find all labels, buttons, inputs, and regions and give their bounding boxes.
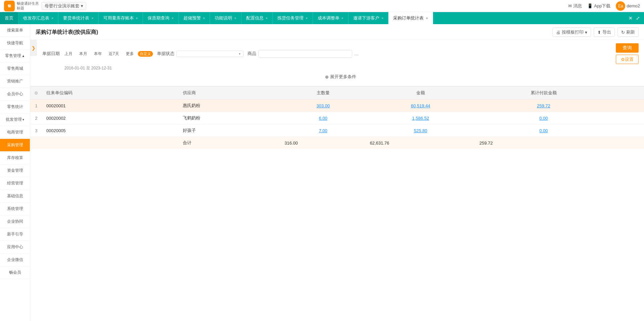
sidebar-item-search[interactable]: 搜索菜单 xyxy=(0,24,30,37)
tab-yaohuo[interactable]: 要货单统计表 × xyxy=(58,12,98,24)
close-icon[interactable]: × xyxy=(306,16,308,20)
sidebar-item-newguide[interactable]: 新手引导 xyxy=(0,228,30,241)
tab-caigou-active[interactable]: 采购订单统计表 × xyxy=(388,12,433,24)
tab-chaochu[interactable]: 超储预警 × xyxy=(179,12,210,24)
main-content: 采购订单统计表(按供应商) 🖨 按模板打印 ▾ ⬆ 导出 ↻ 刷新 xyxy=(30,24,644,321)
row-amount[interactable]: 60,519.44 xyxy=(366,100,476,112)
app-download-button[interactable]: 📱 App下载 xyxy=(587,3,610,9)
tab-gongneng[interactable]: 功能说明 × xyxy=(210,12,241,24)
close-icon[interactable]: × xyxy=(234,16,236,20)
sidebar-item-member[interactable]: 会员中心 xyxy=(0,88,30,101)
tab-home[interactable]: 首页 xyxy=(0,12,18,24)
nav-close-button[interactable]: ✕ xyxy=(627,14,634,22)
close-icon[interactable]: × xyxy=(266,16,268,20)
gear-icon[interactable]: ⚙ xyxy=(34,91,38,96)
filter-wrapper: ❯ 单据日期 上月 本月 本年 近7天 更多 自定义 xyxy=(30,40,644,86)
expand-more-button[interactable]: ⊕ 展开更多条件 xyxy=(321,72,360,81)
close-icon[interactable]: × xyxy=(203,16,205,20)
close-icon[interactable]: × xyxy=(171,16,173,20)
sidebar-item-appcenter[interactable]: 应用中心 xyxy=(0,241,30,254)
filter-date-shortcuts: 上月 本月 本年 近7天 更多 自定义 xyxy=(62,50,153,57)
close-icon[interactable]: × xyxy=(51,16,53,20)
col-paid: 累计付款金额 xyxy=(475,87,612,100)
shortcut-last-month[interactable]: 上月 xyxy=(62,50,75,57)
shortcut-more[interactable]: 更多 xyxy=(123,50,137,57)
shortcut-this-year[interactable]: 本年 xyxy=(91,50,105,57)
close-icon[interactable]: × xyxy=(341,16,343,20)
sidebar-item-basic-info[interactable]: 基础信息 xyxy=(0,190,30,203)
sidebar-item-inventory[interactable]: 库存核算 xyxy=(0,152,30,164)
top-bar-right: ✉ 消息 📱 App下载 Ea demo2 xyxy=(568,1,640,11)
filter-date-item: 单据日期 上月 本月 本年 近7天 更多 自定义 xyxy=(42,50,153,57)
row-code: 00020005 xyxy=(42,124,179,137)
footer-quantity: 316.00 xyxy=(280,137,366,149)
sidebar-item-retail-mgmt[interactable]: 零售管理 ▲ xyxy=(0,50,30,62)
table-row: 3 00020005 好孩子 7.00 525.80 0.00 xyxy=(30,124,644,137)
more-options-icon[interactable]: ... xyxy=(354,51,359,57)
tab-keyong[interactable]: 可用量库存账本 × xyxy=(99,12,143,24)
query-button[interactable]: 查询 xyxy=(616,43,639,53)
footer-amount: 62,631.76 xyxy=(366,137,476,149)
table-row: 1 00020001 惠氏奶粉 303.00 60,519.44 259.72 xyxy=(30,100,644,112)
row-amount[interactable]: 1,586.52 xyxy=(366,112,476,124)
user-avatar[interactable]: Ea demo2 xyxy=(616,1,640,11)
close-icon[interactable]: × xyxy=(136,16,138,20)
workspace-selector[interactable]: 母婴行业演示账套 ▾ xyxy=(42,2,86,10)
sidebar-item-wholesale[interactable]: 批发管理 ▾ xyxy=(0,113,30,126)
settings-button[interactable]: ⚙ 设置 xyxy=(616,55,639,64)
row-extra xyxy=(612,112,644,124)
tab-baozhi[interactable]: 保质期查询 × xyxy=(143,12,178,24)
tab-peizhi[interactable]: 配置信息 × xyxy=(241,12,273,24)
row-quantity[interactable]: 303.00 xyxy=(280,100,366,112)
sidebar: 搜索菜单 快捷导航 零售管理 ▲ 零售商城 营销推广 会员中心 零售统计 批发管… xyxy=(0,24,30,321)
sidebar-item-purchase[interactable]: 采购管理 xyxy=(0,139,30,152)
goods-input[interactable] xyxy=(258,50,352,58)
custom-badge[interactable]: 自定义 xyxy=(138,51,153,57)
nav-maximize-button[interactable]: ⤢ xyxy=(635,14,641,22)
tab-chengben[interactable]: 成本调整单 × xyxy=(313,12,348,24)
row-extra xyxy=(612,100,644,112)
filter-toggle[interactable]: ❯ xyxy=(30,40,37,56)
sidebar-item-ecommerce[interactable]: 电商管理 xyxy=(0,126,30,139)
footer-extra xyxy=(612,137,644,149)
close-icon[interactable]: × xyxy=(91,16,93,20)
sidebar-item-system[interactable]: 系统管理 xyxy=(0,203,30,215)
tab-yaoqing[interactable]: 邀请下游客户 × xyxy=(348,12,388,24)
row-code: 00020001 xyxy=(42,100,179,112)
row-quantity[interactable]: 7.00 xyxy=(280,124,366,137)
sidebar-item-member2[interactable]: 畅会员 xyxy=(0,266,30,279)
page-container: 采购订单统计表(按供应商) 🖨 按模板打印 ▾ ⬆ 导出 ↻ 刷新 xyxy=(30,24,644,321)
row-paid[interactable]: 0.00 xyxy=(475,112,612,124)
print-button[interactable]: 🖨 按模板打印 ▾ xyxy=(552,28,591,37)
export-icon: ⬆ xyxy=(597,30,601,35)
sidebar-item-marketing[interactable]: 营销推广 xyxy=(0,75,30,88)
close-icon[interactable]: × xyxy=(426,16,428,20)
row-quantity[interactable]: 6.00 xyxy=(280,112,366,124)
export-button[interactable]: ⬆ 导出 xyxy=(594,28,615,37)
sidebar-item-quicknav[interactable]: 快捷导航 xyxy=(0,37,30,50)
row-paid[interactable]: 259.72 xyxy=(475,100,612,112)
refresh-button[interactable]: ↻ 刷新 xyxy=(618,28,639,37)
row-amount[interactable]: 525.80 xyxy=(366,124,476,137)
sidebar-item-retail-mall[interactable]: 零售商城 xyxy=(0,62,30,75)
footer-empty2 xyxy=(42,137,179,149)
expand-icon: ⊕ xyxy=(325,74,329,79)
row-paid[interactable]: 0.00 xyxy=(475,124,612,137)
tab-shoufacun[interactable]: 收发存汇总表 × xyxy=(18,12,58,24)
shortcut-7days[interactable]: 近7天 xyxy=(106,50,122,57)
filter-status-select[interactable]: ▾ xyxy=(176,51,244,57)
sidebar-item-retail-stat[interactable]: 零售统计 xyxy=(0,101,30,113)
top-bar-left: 畅 畅捷通好生意 标题 母婴行业演示账套 ▾ xyxy=(4,1,86,11)
page-header: 采购订单统计表(按供应商) 🖨 按模板打印 ▾ ⬆ 导出 ↻ 刷新 xyxy=(30,24,644,40)
sidebar-item-enterprise[interactable]: 企业协同 xyxy=(0,215,30,228)
filter-main-row: 单据日期 上月 本月 本年 近7天 更多 自定义 xyxy=(42,43,639,64)
close-icon[interactable]: × xyxy=(381,16,383,20)
sidebar-item-operation[interactable]: 经营管理 xyxy=(0,177,30,190)
sidebar-item-finance[interactable]: 资金管理 xyxy=(0,164,30,177)
row-supplier: 飞鹤奶粉 xyxy=(179,112,280,124)
sidebar-item-wechat[interactable]: 企业微信 xyxy=(0,254,30,266)
shortcut-this-month[interactable]: 本月 xyxy=(76,50,90,57)
tab-jianhuo[interactable]: 拣货任务管理 × xyxy=(273,12,313,24)
row-num: 1 xyxy=(30,100,42,112)
message-button[interactable]: ✉ 消息 xyxy=(568,3,582,9)
